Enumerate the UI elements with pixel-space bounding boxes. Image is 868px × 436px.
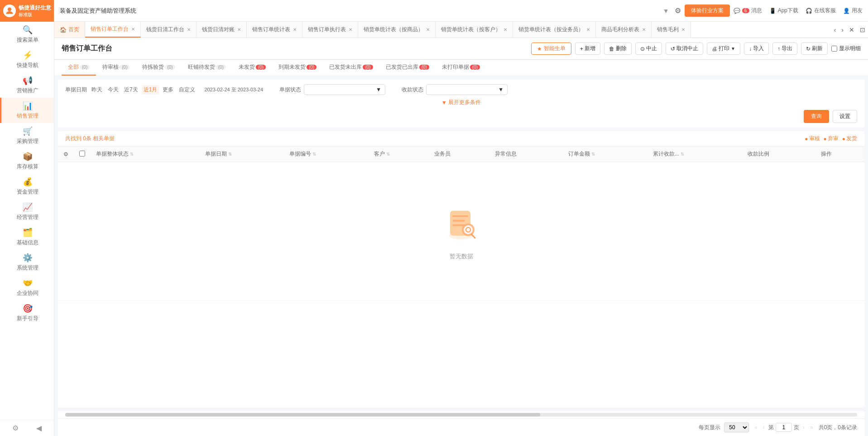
industry-btn[interactable]: 体验行业方案 xyxy=(685,5,730,17)
select-all-checkbox[interactable] xyxy=(79,151,85,156)
sidebar-item-marketing[interactable]: 📢 营销推广 xyxy=(0,72,54,98)
date-7days[interactable]: 近7天 xyxy=(122,85,140,95)
op-ship-btn[interactable]: ● 发货 xyxy=(842,135,857,142)
print-btn[interactable]: 🖨 打印 ▼ xyxy=(707,43,740,55)
sidebar-item-finance[interactable]: 💰 资金管理 xyxy=(0,174,54,199)
sidebar-item-sales[interactable]: 📊 销售管理 xyxy=(0,98,54,123)
gear-icon[interactable]: ⚙ xyxy=(675,6,681,15)
expand-icon[interactable]: ▼ xyxy=(663,7,669,14)
export-btn[interactable]: ↑ 导出 xyxy=(772,43,797,55)
collapse-icon[interactable]: ◀ xyxy=(36,424,42,432)
tab-sales-exec[interactable]: 销售订单执行表 ✕ xyxy=(302,22,358,38)
th-checkbox[interactable] xyxy=(74,147,91,162)
delete-btn[interactable]: 🗑 删除 xyxy=(604,43,632,55)
op-audit-btn[interactable]: ● 审核 xyxy=(805,135,820,142)
th-amount[interactable]: 订单金额⇅ xyxy=(563,147,647,162)
smart-btn[interactable]: ★ 智能生单 xyxy=(531,43,571,55)
subtab-shipped-not-in[interactable]: 已发货未出库(0) xyxy=(323,60,379,76)
th-customer[interactable]: 客户⇅ xyxy=(369,147,429,162)
sidebar-item-inventory[interactable]: 📦 库存核算 xyxy=(0,148,54,174)
sidebar-item-search[interactable]: 🔍 搜索菜单 xyxy=(0,22,54,47)
tab-gross-margin-close[interactable]: ✕ xyxy=(642,27,646,32)
th-status[interactable]: 单据整体状态⇅ xyxy=(91,147,200,162)
online-service-item[interactable]: 🎧 在线客服 xyxy=(806,7,836,14)
sidebar-item-purchase[interactable]: 🛒 采购管理 xyxy=(0,123,54,148)
subtab-pending-inspect[interactable]: 待拣验货(0) xyxy=(136,60,181,76)
tab-cash-reconcile-close[interactable]: ✕ xyxy=(237,27,241,32)
tab-sales-by-staff-close[interactable]: ✕ xyxy=(586,27,590,32)
payment-select[interactable]: ▼ xyxy=(426,84,508,95)
tab-sales-by-product-close[interactable]: ✕ xyxy=(426,27,430,32)
th-config[interactable]: ⚙ xyxy=(58,147,74,162)
th-date[interactable]: 单据日期⇅ xyxy=(200,147,284,162)
expand-more-btn[interactable]: ▼ 展开更多条件 xyxy=(441,99,481,106)
sidebar-item-guide[interactable]: 🎯 新手引导 xyxy=(0,300,54,326)
message-item[interactable]: 💬 6 消息 xyxy=(734,7,762,14)
scrollbar-thumb[interactable] xyxy=(65,413,540,417)
tab-sales-workbench[interactable]: 销售订单工作台 ✕ xyxy=(85,22,141,38)
tab-sales-by-staff[interactable]: 销货单统计表（按业务员） ✕ xyxy=(513,22,596,38)
sidebar-item-system[interactable]: ⚙️ 系统管理 xyxy=(0,250,54,275)
user-item[interactable]: 👤 用友 xyxy=(843,7,863,14)
stop-btn[interactable]: ⊙ 中止 xyxy=(635,43,662,55)
subtab-not-shipped[interactable]: 未发货(0) xyxy=(232,60,272,76)
sidebar-item-basic-info[interactable]: 🗂️ 基础信息 xyxy=(0,224,54,250)
tab-home[interactable]: 🏠 首页 xyxy=(54,22,85,38)
settings-icon[interactable]: ⚙ xyxy=(12,424,19,432)
subtab-not-printed[interactable]: 未打印单据(0) xyxy=(436,60,486,76)
date-1month[interactable]: 近1月 xyxy=(142,85,159,95)
new-btn[interactable]: + 新增 xyxy=(575,43,600,55)
tab-sales-by-customer-close[interactable]: ✕ xyxy=(504,27,507,32)
per-page-select[interactable]: 50 20 100 xyxy=(724,422,749,432)
page-total: 共0页，0条记录 xyxy=(819,424,857,431)
subtab-shipped-out[interactable]: 已发货已出库(0) xyxy=(379,60,436,76)
page-last-btn[interactable]: » xyxy=(808,423,815,431)
sidebar-item-quick-nav[interactable]: ⚡ 快捷导航 xyxy=(0,47,54,72)
th-number[interactable]: 单据编号⇅ xyxy=(284,147,369,162)
tab-cash-daily-close[interactable]: ✕ xyxy=(187,27,191,32)
import-btn[interactable]: ↓ 导入 xyxy=(744,43,769,55)
col-ratio-label: 收款比例 xyxy=(748,151,769,157)
page-prev-btn[interactable]: ‹ xyxy=(761,423,767,431)
sidebar-item-operations[interactable]: 📈 经营管理 xyxy=(0,199,54,224)
tab-prev-btn[interactable]: ‹ xyxy=(831,26,839,33)
page-next-btn[interactable]: › xyxy=(801,423,806,431)
horizontal-scrollbar[interactable] xyxy=(65,413,857,417)
query-btn[interactable]: 查询 xyxy=(804,110,829,123)
tab-maximize-btn[interactable]: ⊡ xyxy=(857,26,868,33)
cancel-stop-btn[interactable]: ↺ 取消中止 xyxy=(666,43,703,55)
show-detail-label[interactable]: 显示明细 xyxy=(831,45,861,52)
tab-sales-workbench-close[interactable]: ✕ xyxy=(131,27,135,32)
status-select[interactable]: ▼ xyxy=(304,84,385,95)
page-input[interactable] xyxy=(776,423,792,432)
th-collected[interactable]: 累计收款...⇅ xyxy=(647,147,742,162)
tab-sales-stats-close[interactable]: ✕ xyxy=(293,27,297,32)
tab-sales-by-customer[interactable]: 销货单统计表（按客户） ✕ xyxy=(436,22,513,38)
tab-sales-by-product[interactable]: 销货单统计表（按商品） ✕ xyxy=(358,22,436,38)
show-detail-checkbox[interactable] xyxy=(831,46,837,52)
date-today[interactable]: 今天 xyxy=(106,85,120,95)
tab-cash-reconcile[interactable]: 钱货日清对账 ✕ xyxy=(197,22,247,38)
tab-sales-stats[interactable]: 销售订单统计表 ✕ xyxy=(247,22,302,38)
tab-sales-by-staff-label: 销货单统计表（按业务员） xyxy=(518,26,584,33)
app-download-item[interactable]: 📱 App下载 xyxy=(769,7,798,14)
tab-sales-profit-close[interactable]: ✕ xyxy=(681,27,685,32)
tab-sales-profit[interactable]: 销售毛利 ✕ xyxy=(652,22,691,38)
tab-next-btn[interactable]: › xyxy=(839,26,846,33)
subtab-pending-audit[interactable]: 待审核(0) xyxy=(96,60,136,76)
setting-btn[interactable]: 设置 xyxy=(833,110,857,123)
tab-close-all-btn[interactable]: ✕ xyxy=(846,26,857,33)
refresh-btn[interactable]: ↻ 刷新 xyxy=(801,43,828,55)
tab-sales-exec-close[interactable]: ✕ xyxy=(349,27,352,32)
sidebar-item-cooperation[interactable]: 🤝 企业协同 xyxy=(0,275,54,300)
tab-cash-daily[interactable]: 钱货日清工作台 ✕ xyxy=(141,22,197,38)
tab-gross-margin[interactable]: 商品毛利分析表 ✕ xyxy=(596,22,652,38)
date-custom[interactable]: 自定义 xyxy=(177,85,197,95)
date-yesterday[interactable]: 昨天 xyxy=(90,85,104,95)
op-cancel-audit-btn[interactable]: ● 弃审 xyxy=(824,135,839,142)
subtab-overdue-not-shipped[interactable]: 到期未发货(0) xyxy=(272,60,323,76)
subtab-all[interactable]: 全部(0) xyxy=(62,60,96,76)
page-first-btn[interactable]: « xyxy=(753,423,759,431)
subtab-wangpu[interactable]: 旺铺待发货(0) xyxy=(182,60,232,76)
date-more[interactable]: 更多 xyxy=(161,85,175,95)
